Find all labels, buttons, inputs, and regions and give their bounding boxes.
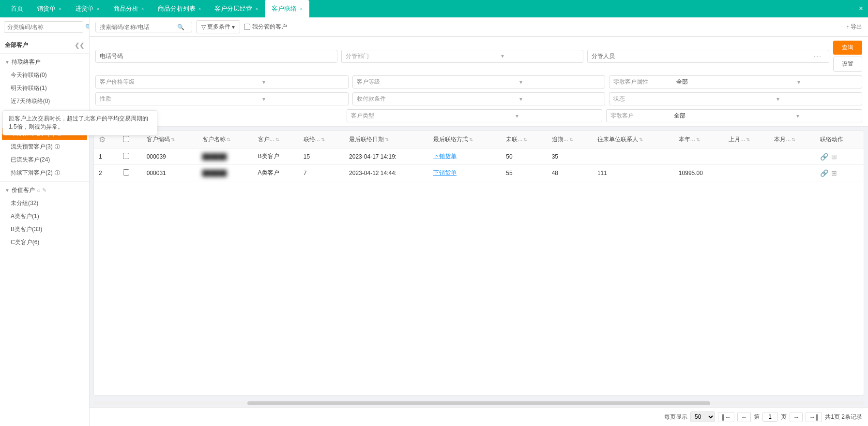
cell-last-method: 下销货单 <box>428 165 501 181</box>
manager-field: 分管人员 ··· <box>587 50 829 63</box>
cell-contact: 7 <box>299 165 344 181</box>
th-name[interactable]: 客户名称⇅ <box>198 131 253 148</box>
sidebar-item-class-a[interactable]: A类客户(1) <box>0 210 89 223</box>
status-label: 状态 <box>613 95 695 103</box>
price-grade-select[interactable]: 客户价格等级 ▾ <box>95 75 349 88</box>
tab-sales[interactable]: 销货单 × <box>30 0 68 17</box>
sidebar-item-class-b[interactable]: B类客户(33) <box>0 223 89 236</box>
sort-not-icon: ⇅ <box>523 137 527 142</box>
select-all-checkbox[interactable] <box>123 136 129 142</box>
nature-select[interactable]: 性质 ▾ <box>95 92 349 105</box>
my-customer-filter: 我分管的客户 <box>244 23 287 31</box>
sidebar-item-ungroup[interactable]: 未分组(32) <box>0 197 89 210</box>
contact-method-link[interactable]: 下销货单 <box>433 169 457 176</box>
content-area: 🔍 ▽ 更多条件 ▾ 我分管的客户 ↑ 导出 电话号码 <box>90 17 868 426</box>
cell-code: 000039 <box>142 148 198 165</box>
sidebar-collapse-btn[interactable]: ❮❮ <box>75 42 84 49</box>
next-page-btn[interactable]: → <box>790 412 803 422</box>
tab-customer-tier[interactable]: 客户分层经营 × <box>208 0 265 17</box>
cell-last-method: 下销货单 <box>428 148 501 165</box>
sidebar-item-lost[interactable]: 已流失客户(24) <box>0 153 89 166</box>
query-btn[interactable]: 查询 <box>833 41 862 55</box>
th-this-month[interactable]: 本月...⇅ <box>769 131 815 148</box>
customer-grade-select[interactable]: 客户等级 ▾ <box>352 75 606 88</box>
th-last-month[interactable]: 上月...⇅ <box>724 131 769 148</box>
close-tab-customer-contact[interactable]: × <box>300 6 303 12</box>
dept-label: 分管部门 <box>346 52 424 60</box>
tab-purchase[interactable]: 进货单 × <box>68 0 107 17</box>
cell-this-year: 10995.00 <box>674 165 724 181</box>
tab-home[interactable]: 首页 <box>4 0 30 17</box>
customer-type-select[interactable]: 客户类型 ▾ <box>347 109 603 122</box>
value-section-header[interactable]: ▼ 价值客户 ○ ✎ <box>0 184 89 197</box>
sidebar-item-7days[interactable]: 近7天待联络(0) <box>0 95 89 108</box>
close-all-tabs[interactable]: × <box>859 4 863 13</box>
status-select[interactable]: 状态 ▾ <box>609 92 862 105</box>
action-grid-icon[interactable]: ⊞ <box>831 153 837 161</box>
cell-name: ██████ <box>198 148 253 165</box>
nature-label: 性质 <box>100 95 181 103</box>
close-tab-sales[interactable]: × <box>59 6 61 12</box>
horizontal-scrollbar[interactable] <box>93 401 864 405</box>
price-grade-label: 客户价格等级 <box>100 78 181 86</box>
dept-select[interactable]: 分管部门 ▾ <box>341 50 583 63</box>
th-overdue[interactable]: 逾期...⇅ <box>547 131 593 148</box>
first-page-btn[interactable]: ∥← <box>718 412 734 422</box>
tooltip-box: 距客户上次交易时长，超过了此客户的平均交易周期的1.5倍，则视为异常。 <box>2 110 90 135</box>
table-settings-icon[interactable]: ⚙ <box>99 135 106 144</box>
sidebar-item-lost-warning[interactable]: 流失预警客户(3) ⓘ <box>0 140 89 153</box>
sidebar-item-today[interactable]: 今天待联络(0) <box>0 69 89 82</box>
cell-this-year <box>674 148 724 165</box>
per-page-select[interactable]: 2050100 <box>690 411 715 422</box>
action-grid-icon[interactable]: ⊞ <box>831 169 837 177</box>
th-last-contact-date[interactable]: 最后联络日期⇅ <box>344 131 428 148</box>
value-edit-icon[interactable]: ✎ <box>42 187 46 193</box>
prev-page-btn[interactable]: ← <box>737 412 750 422</box>
th-type[interactable]: 客户...⇅ <box>253 131 299 148</box>
payment-label: 收付款条件 <box>357 95 438 103</box>
filter-search-input[interactable] <box>100 24 177 30</box>
manager-dots[interactable]: ··· <box>810 52 825 60</box>
scatter-attr-icon: ▾ <box>797 79 858 86</box>
sidebar-search-icon[interactable]: 🔍 <box>85 24 90 30</box>
contact-method-link[interactable]: 下销货单 <box>433 153 457 160</box>
th-not-contacted[interactable]: 未联...⇅ <box>501 131 547 148</box>
scatter-attr-select[interactable]: 零散客户属性 全部 ▾ <box>609 75 862 88</box>
row-checkbox[interactable] <box>123 169 129 176</box>
customer-type-icon: ▾ <box>516 113 598 119</box>
cell-checkbox <box>118 148 142 165</box>
sidebar-item-class-c[interactable]: C类客户(6) <box>0 236 89 249</box>
page-input[interactable] <box>762 412 778 422</box>
tab-customer-contact[interactable]: 客户联络 × <box>265 0 309 17</box>
row-checkbox[interactable] <box>123 153 129 159</box>
tab-analysis[interactable]: 商品分析 × <box>107 0 151 17</box>
action-link-icon[interactable]: 🔗 <box>820 153 828 161</box>
filter-search-icon[interactable]: 🔍 <box>177 24 184 30</box>
th-contact[interactable]: 联络...⇅ <box>299 131 344 148</box>
close-tab-analysis[interactable]: × <box>141 6 144 12</box>
export-btn[interactable]: ↑ 导出 <box>846 23 862 31</box>
th-last-contact-method[interactable]: 最后联络方式⇅ <box>428 131 501 148</box>
scatter-customer-label: 零散客户 <box>610 112 672 120</box>
last-page-btn[interactable]: →∥ <box>806 412 822 422</box>
cell-checkbox <box>118 165 142 181</box>
my-customer-checkbox[interactable] <box>244 24 250 30</box>
close-tab-analysis-list[interactable]: × <box>198 6 201 12</box>
pending-group-header[interactable]: ▼ 待联络客户 <box>0 56 89 69</box>
th-this-year[interactable]: 本年...⇅ <box>674 131 724 148</box>
action-link-icon[interactable]: 🔗 <box>820 169 828 177</box>
cell-last-month <box>724 165 769 181</box>
payment-select[interactable]: 收付款条件 ▾ <box>352 92 606 105</box>
settings-btn[interactable]: 设置 <box>833 57 862 72</box>
close-tab-customer-tier[interactable]: × <box>255 6 258 12</box>
scatter-customer-select[interactable]: 零散客户 全部 ▾ <box>606 109 862 122</box>
tab-analysis-list[interactable]: 商品分析列表 × <box>151 0 208 17</box>
sidebar-search-input[interactable] <box>4 21 83 33</box>
close-tab-purchase[interactable]: × <box>97 6 100 12</box>
phone-input[interactable] <box>127 53 333 59</box>
more-conditions-btn[interactable]: ▽ 更多条件 ▾ <box>196 20 240 33</box>
th-unit-contact[interactable]: 往来单位联系人⇅ <box>593 131 674 148</box>
sidebar-item-declining[interactable]: 持续下滑客户(2) ⓘ <box>0 166 89 179</box>
sidebar-item-tomorrow[interactable]: 明天待联络(1) <box>0 82 89 95</box>
th-action: 联络动作 <box>815 131 864 148</box>
